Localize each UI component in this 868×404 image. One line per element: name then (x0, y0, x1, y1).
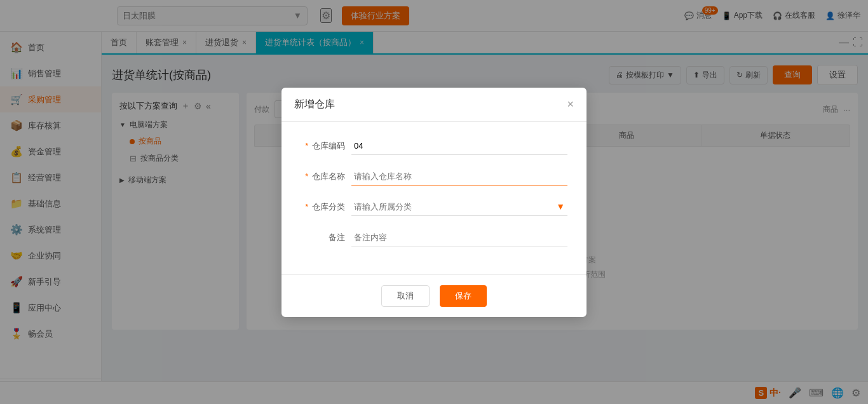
form-row-note: 备注 (301, 229, 567, 246)
note-label: 备注 (301, 232, 351, 243)
name-label: * 仓库名称 (301, 171, 351, 182)
category-select-input[interactable] (351, 198, 567, 215)
form-row-name: * 仓库名称 (301, 168, 567, 185)
code-label-text: 仓库编码 (312, 141, 345, 151)
category-required-star: * (305, 202, 308, 212)
category-dropdown-arrow: ▼ (556, 201, 565, 212)
modal-overlay[interactable]: 新增仓库 × * 仓库编码 * 仓库名称 (0, 0, 868, 404)
code-label: * 仓库编码 (301, 140, 351, 152)
modal-header: 新增仓库 × (281, 88, 587, 122)
warehouse-name-input[interactable] (351, 168, 567, 185)
warehouse-note-input[interactable] (351, 229, 567, 246)
new-warehouse-modal: 新增仓库 × * 仓库编码 * 仓库名称 (281, 88, 587, 317)
code-required-star: * (305, 141, 308, 151)
modal-footer: 取消 保存 (281, 274, 587, 317)
warehouse-code-input[interactable] (351, 137, 567, 155)
name-required-star: * (305, 172, 308, 181)
name-label-text: 仓库名称 (312, 172, 345, 181)
form-row-code: * 仓库编码 (301, 137, 567, 155)
category-select-wrapper: ▼ (351, 198, 567, 216)
note-label-text: 备注 (329, 232, 345, 242)
save-button[interactable]: 保存 (440, 285, 487, 307)
form-row-category: * 仓库分类 ▼ (301, 198, 567, 216)
modal-body: * 仓库编码 * 仓库名称 * 仓库分类 (281, 122, 587, 274)
modal-title: 新增仓库 (294, 98, 335, 111)
cancel-button[interactable]: 取消 (381, 285, 430, 307)
modal-close-btn[interactable]: × (567, 98, 574, 111)
category-label: * 仓库分类 (301, 201, 351, 213)
category-label-text: 仓库分类 (312, 202, 345, 212)
